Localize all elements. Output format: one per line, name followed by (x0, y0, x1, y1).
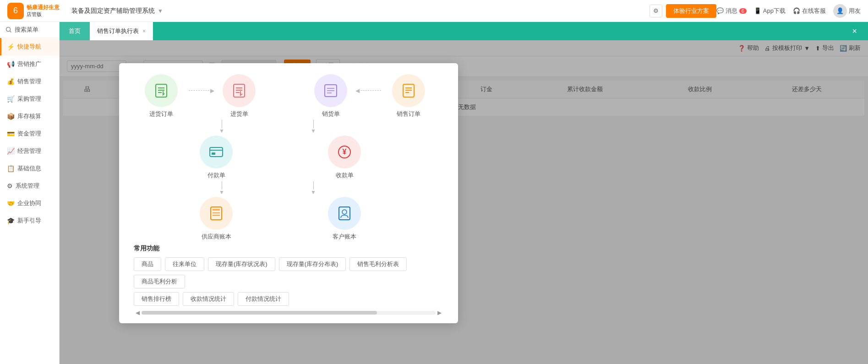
sidebar-item-quick-nav[interactable]: ⚡快捷导航 (0, 38, 59, 55)
purchase-order-label: 进货订单 (149, 110, 173, 118)
tab-bar: 首页 销售订单执行表 × × (60, 22, 868, 40)
supplier-ledger-icon (200, 197, 233, 230)
sidebar: 搜索菜单 ⚡快捷导航📢营销推广💰销售管理🛒采购管理📦库存核算💳资金管理📈经营管理… (0, 22, 60, 364)
payment-icon (200, 136, 233, 168)
func-btn-2[interactable]: 现存量(库存状况表) (208, 257, 275, 271)
func-btn-6[interactable]: 销售排行榜 (134, 292, 179, 306)
payment-label: 付款单 (207, 171, 225, 179)
message-btn[interactable]: 💬 消息 6 (716, 7, 747, 15)
top-right-area: 💬 消息 6 📱 App下载 🎧 在线客服 👤 用友 (716, 4, 861, 18)
tab-close-btn[interactable]: × (142, 28, 146, 34)
sidebar-item-base-info[interactable]: 📋基础信息 (0, 160, 59, 177)
sidebar-item-marketing[interactable]: 📢营销推广 (0, 55, 59, 73)
sales-bill-icon (314, 74, 347, 107)
sidebar-item-inventory[interactable]: 📦库存核算 (0, 108, 59, 125)
func-btn-3[interactable]: 现存量(库存分布表) (279, 257, 346, 271)
func-btn-8[interactable]: 付款情况统计 (238, 292, 289, 306)
common-functions: 常用功能 商品往来单位现存量(库存状况表)现存量(库存分布表)销售毛利分析表商品… (134, 244, 443, 306)
logo-icon: 6 (7, 3, 24, 19)
system-icon: ⚙ (7, 182, 13, 190)
sidebar-label-corp: 企业协同 (17, 199, 41, 207)
scrollbar-track[interactable] (142, 311, 436, 315)
logo-text: 畅康通好生意 店管版 (27, 4, 60, 18)
content-body: ❓ 帮助 🖨 按模板打印 ▼ ⬆ 导出 🔄 刷新 (60, 40, 868, 364)
flow-node-purchase-bill[interactable]: 进货单 (212, 74, 267, 118)
receipt-label: 收款单 (336, 171, 354, 179)
sidebar-label-system: 系统管理 (16, 182, 39, 190)
svg-line-1 (10, 31, 11, 33)
search-menu-btn[interactable]: 搜索菜单 (0, 22, 59, 38)
experience-btn[interactable]: 体验行业方案 (666, 4, 716, 18)
sidebar-item-newbie[interactable]: 🎓新手引导 (0, 212, 59, 229)
tab-sales-order[interactable]: 销售订单执行表 × (90, 22, 153, 40)
window-close-btn[interactable]: × (848, 27, 861, 36)
sidebar-item-sales[interactable]: 💰销售管理 (0, 73, 59, 90)
flow-node-sales-order[interactable]: 销售订单 (381, 74, 436, 118)
purchase-bill-label: 进货单 (230, 110, 248, 118)
purchase-order-icon (145, 74, 178, 107)
arrow-purchase-to-bill: ▶ (189, 90, 212, 103)
tab-home[interactable]: 首页 (60, 22, 90, 40)
svg-point-28 (342, 210, 347, 214)
search-icon (5, 27, 12, 33)
quick-nav-icon: ⚡ (7, 43, 15, 50)
flow-node-supplier-ledger[interactable]: 供应商账本 (189, 197, 244, 241)
corp-icon: 🤝 (7, 200, 15, 207)
base-info-icon: 📋 (7, 165, 15, 172)
sidebar-item-finance[interactable]: 💳资金管理 (0, 125, 59, 142)
sidebar-label-inventory: 库存核算 (17, 112, 41, 120)
func-btn-5[interactable]: 商品毛利分析 (134, 275, 185, 288)
func-btn-4[interactable]: 销售毛利分析表 (349, 257, 407, 271)
user-menu[interactable]: 👤 用友 (833, 4, 861, 18)
flow-node-customer-ledger[interactable]: 客户账本 (317, 197, 372, 241)
avatar: 👤 (833, 4, 847, 18)
scroll-right-btn[interactable]: ▶ (436, 310, 443, 316)
logo-area: 6 畅康通好生意 店管版 (7, 3, 67, 19)
tab-bar-right: × (848, 27, 861, 36)
customer-ledger-label: 客户账本 (333, 233, 356, 241)
func-btn-0[interactable]: 商品 (134, 257, 161, 271)
flow-node-receipt[interactable]: ¥ 收款单 (317, 136, 372, 179)
purchase-bill-icon (223, 74, 256, 107)
common-functions-title: 常用功能 (134, 244, 443, 253)
sidebar-item-system[interactable]: ⚙系统管理 (0, 177, 59, 195)
sales-order-icon (392, 74, 425, 107)
func-btn-7[interactable]: 收款情况统计 (183, 292, 234, 306)
supplier-ledger-label: 供应商账本 (202, 233, 231, 241)
vertical-arrows-row-2: ▼ ▼ (134, 181, 443, 195)
content-area: 首页 销售订单执行表 × × ❓ 帮助 (60, 22, 868, 364)
app-download-btn[interactable]: 📱 App下载 (754, 7, 786, 15)
sales-order-label: 销售订单 (397, 110, 420, 118)
func-buttons-row1: 商品往来单位现存量(库存状况表)现存量(库存分布表)销售毛利分析表商品毛利分析 (134, 257, 443, 288)
modal-scrollbar: ◀ ▶ (134, 310, 443, 316)
flow-node-payment[interactable]: 付款单 (189, 136, 244, 179)
main-area: 搜索菜单 ⚡快捷导航📢营销推广💰销售管理🛒采购管理📦库存核算💳资金管理📈经营管理… (0, 22, 868, 364)
sidebar-item-operation[interactable]: 📈经营管理 (0, 142, 59, 160)
gear-button[interactable]: ⚙ (650, 5, 662, 17)
system-dropdown-icon[interactable]: ▼ (158, 8, 163, 14)
marketing-icon: 📢 (7, 60, 15, 68)
sidebar-item-corp[interactable]: 🤝企业协同 (0, 195, 59, 212)
sidebar-item-purchase[interactable]: 🛒采购管理 (0, 90, 59, 108)
svg-point-0 (6, 27, 11, 32)
svg-rect-18 (210, 147, 223, 157)
flow-node-sales-bill[interactable]: 销货单 (303, 74, 358, 118)
finance-icon: 💳 (7, 130, 15, 137)
flow-node-purchase-order[interactable]: 进货订单 (134, 74, 189, 118)
sidebar-nav: ⚡快捷导航📢营销推广💰销售管理🛒采购管理📦库存核算💳资金管理📈经营管理📋基础信息… (0, 38, 59, 229)
scrollbar-thumb (142, 311, 377, 315)
svg-rect-24 (213, 209, 220, 211)
func-btn-1[interactable]: 往来单位 (165, 257, 204, 271)
vertical-arrows-row: ▼ ▼ (134, 120, 443, 134)
scroll-left-btn[interactable]: ◀ (134, 310, 142, 316)
receipt-icon: ¥ (328, 136, 361, 168)
customer-ledger-icon (328, 197, 361, 230)
sidebar-label-finance: 资金管理 (17, 130, 41, 138)
inventory-icon: 📦 (7, 113, 15, 120)
sales-icon: 💰 (7, 78, 15, 85)
newbie-icon: 🎓 (7, 217, 15, 224)
online-service-btn[interactable]: 🎧 在线客服 (793, 7, 826, 15)
download-icon: 📱 (754, 7, 761, 14)
sidebar-label-operation: 经营管理 (17, 147, 41, 155)
message-icon: 💬 (716, 7, 724, 14)
